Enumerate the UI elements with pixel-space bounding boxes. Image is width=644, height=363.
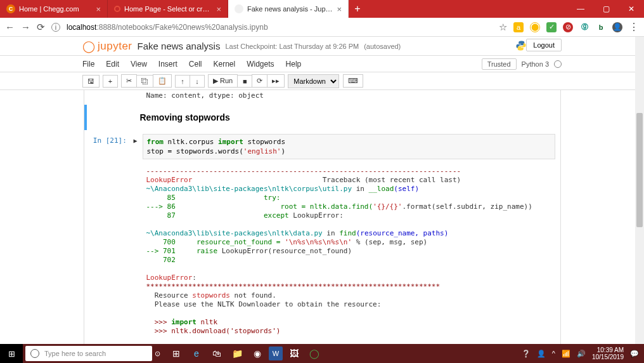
browser-navbar: ← → ⟳ i localhost:8888/notebooks/Fake%20… — [0, 18, 644, 37]
wifi-icon[interactable]: 📶 — [562, 350, 570, 358]
menu-file[interactable]: File — [82, 60, 94, 69]
vertical-scrollbar[interactable] — [635, 37, 644, 344]
menu-view[interactable]: View — [131, 60, 147, 69]
bookmark-icon[interactable]: ☆ — [499, 22, 507, 33]
output-text: Name: content, dtype: object — [84, 90, 560, 101]
menu-help[interactable]: Help — [286, 60, 302, 69]
cut-button[interactable]: ✂ — [121, 74, 137, 88]
trusted-badge[interactable]: Trusted — [482, 58, 517, 70]
markdown-cell[interactable]: Removing stopwords — [84, 105, 560, 130]
url-host: localhost — [67, 23, 96, 32]
tray-expand-icon[interactable]: ^ — [552, 350, 555, 357]
url-path: /notebooks/Fake%20news%20analysis.ipynb — [115, 23, 267, 32]
celltype-select[interactable]: Markdown — [288, 74, 339, 88]
reload-button[interactable]: ⟳ — [37, 22, 45, 33]
scroll-thumb[interactable] — [636, 113, 643, 227]
close-icon[interactable]: × — [96, 4, 101, 14]
menu-kernel[interactable]: Kernel — [214, 60, 236, 69]
extension-icon[interactable]: b — [596, 22, 606, 32]
notebook-scroll[interactable]: Name: content, dtype: object Removing st… — [0, 90, 644, 344]
app-icon[interactable]: ◯ — [306, 345, 323, 362]
minimize-button[interactable]: — — [568, 0, 593, 18]
menu-widgets[interactable]: Widgets — [247, 60, 274, 69]
jupyter-favicon — [235, 4, 243, 13]
code-cell[interactable]: In [21]: ▶ from nltk.corpus import stopw… — [84, 134, 560, 159]
browser-tab-active[interactable]: Fake news analysis - Jupyter Not × — [228, 0, 349, 18]
move-down-button[interactable]: ↓ — [190, 75, 205, 88]
command-palette-button[interactable]: ⌨ — [343, 74, 363, 88]
chegg-favicon: C — [6, 4, 15, 13]
tab-title: Home | Chegg.com — [19, 5, 92, 13]
taskbar-search[interactable]: Type here to search — [25, 346, 152, 361]
python-logo-icon — [515, 40, 527, 51]
run-button[interactable]: ▶ Run — [208, 74, 238, 88]
search-icon — [30, 349, 39, 358]
profile-avatar[interactable]: 👤 — [612, 22, 622, 32]
code-input[interactable]: from nltk.corpus import stopwordsstop = … — [143, 134, 555, 159]
forward-button[interactable]: → — [21, 22, 30, 32]
windows-taskbar: ⊞ Type here to search ⊙ ⊞ e 🛍 📁 ◉ W 🖼 ◯ … — [0, 344, 644, 363]
volume-icon[interactable]: 🔊 — [577, 350, 586, 358]
people-icon[interactable]: 👤 — [537, 350, 546, 358]
edge-icon[interactable]: e — [188, 345, 205, 362]
store-icon[interactable]: 🛍 — [208, 345, 226, 362]
checkpoint-label: Last Checkpoint: Last Thursday at 9:26 P… — [225, 43, 359, 50]
site-info-icon[interactable]: i — [51, 23, 60, 32]
paste-button[interactable]: 📋 — [153, 74, 172, 88]
menu-icon[interactable]: ⋮ — [629, 21, 639, 33]
notebook-title[interactable]: Fake news analysis — [138, 41, 221, 51]
kernel-indicator-icon — [554, 60, 562, 68]
extension-icon[interactable]: ⊘ — [563, 22, 573, 32]
browser-titlebar: C Home | Chegg.com × Home Page - Select … — [0, 0, 644, 18]
restart-button[interactable]: ⟳ — [252, 74, 267, 88]
restart-run-button[interactable]: ▸▸ — [267, 74, 285, 88]
maximize-button[interactable]: ▢ — [593, 0, 619, 18]
jupyter-brand: jupyter — [98, 40, 132, 53]
help-icon[interactable]: ❔ — [522, 350, 531, 358]
kernel-name: Python 3 — [522, 60, 549, 68]
copy-button[interactable]: ⿻ — [136, 75, 153, 88]
chrome-icon[interactable]: ◉ — [248, 345, 266, 362]
close-icon[interactable]: × — [216, 4, 221, 14]
tab-title: Home Page - Select or create a n — [124, 5, 212, 13]
extension-icon[interactable]: ✓ — [546, 22, 557, 32]
save-button[interactable]: 🖫 — [82, 75, 100, 88]
menu-edit[interactable]: Edit — [106, 60, 119, 69]
error-output: ----------------------------------------… — [84, 163, 560, 344]
stop-button[interactable]: ■ — [237, 75, 252, 88]
menubar: File Edit View Insert Cell Kernel Widget… — [0, 56, 644, 72]
browser-tab[interactable]: Home Page - Select or create a n × — [108, 0, 228, 18]
toolbar: 🖫 + ✂ ⿻ 📋 ↑ ↓ ▶ Run ■ ⟳ ▸▸ Markdown ⌨ — [0, 72, 644, 90]
menu-insert[interactable]: Insert — [158, 60, 177, 69]
notification-icon[interactable]: 💬 — [630, 350, 639, 358]
jupyter-header: ◯ jupyter Fake news analysis Last Checkp… — [0, 37, 644, 56]
move-up-button[interactable]: ↑ — [175, 75, 190, 88]
back-button[interactable]: ← — [5, 22, 15, 32]
start-button[interactable]: ⊞ — [0, 344, 23, 363]
menu-cell[interactable]: Cell — [189, 60, 202, 69]
system-clock[interactable]: 10:39 AM 10/15/2019 — [592, 346, 624, 360]
input-prompt: In [21]: ▶ — [84, 134, 143, 159]
close-icon[interactable]: × — [337, 4, 342, 14]
jupyter-logo-icon: ◯ — [82, 39, 95, 53]
task-view-icon[interactable]: ⊞ — [167, 345, 185, 362]
browser-tab[interactable]: C Home | Chegg.com × — [0, 0, 108, 18]
md-heading: Removing stopwords — [135, 112, 551, 122]
jupyter-logo[interactable]: ◯ jupyter — [82, 39, 132, 53]
url-port: :8888 — [96, 23, 115, 32]
extension-icon[interactable]: a — [513, 22, 524, 32]
cortana-icon[interactable]: ⊙ — [155, 350, 164, 358]
extension-icon[interactable]: ⓖ — [579, 22, 589, 32]
word-icon[interactable]: W — [269, 346, 283, 360]
extension-icon[interactable]: ⬤ — [530, 22, 540, 32]
logout-button[interactable]: Logout — [526, 39, 562, 51]
new-tab-button[interactable]: + — [349, 0, 366, 18]
explorer-icon[interactable]: 📁 — [228, 345, 246, 362]
add-cell-button[interactable]: + — [103, 75, 118, 88]
run-indicator-icon[interactable]: ▶ — [133, 137, 137, 144]
clock-time: 10:39 AM — [592, 346, 624, 353]
photos-icon[interactable]: 🖼 — [285, 345, 303, 362]
address-bar[interactable]: localhost:8888/notebooks/Fake%20news%20a… — [67, 23, 268, 32]
tab-title: Fake news analysis - Jupyter Not — [247, 5, 333, 13]
close-window-button[interactable]: ✕ — [619, 0, 644, 18]
